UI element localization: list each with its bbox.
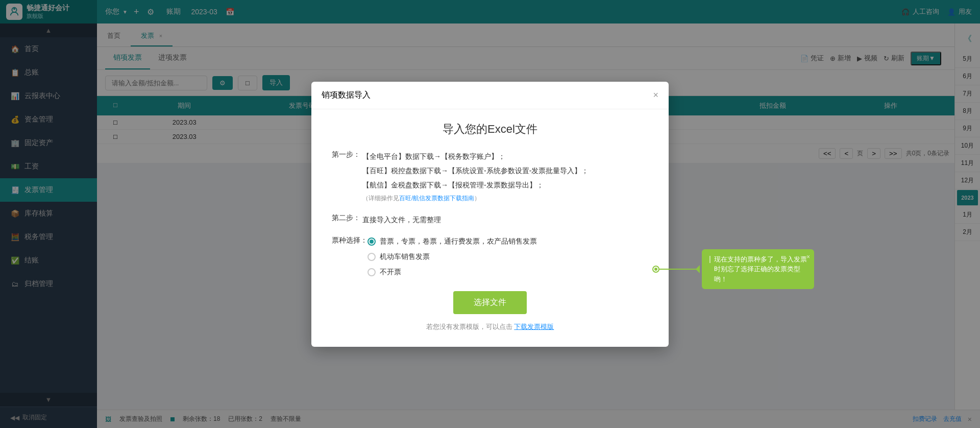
radio-normal-circle: [368, 237, 376, 246]
download-template-link[interactable]: 下载发票模版: [514, 323, 554, 330]
guide-link[interactable]: 百旺/航信发票数据下载指南: [399, 195, 474, 202]
radio-no-invoice-circle: [368, 268, 376, 276]
radio-no-invoice[interactable]: 不开票: [368, 268, 537, 277]
radio-normal-label: 普票，专票，卷票，通行费发票，农产品销售发票: [380, 237, 537, 246]
import-modal: 销项数据导入 × 导入您的Excel文件 第一步： 【全电平台】数据下载→【税务…: [311, 82, 669, 347]
radio-motor-circle: [368, 253, 376, 261]
tooltip-bubble: × | 现在支持的票种多了，导入发票时别忘了选择正确的发票类型哟！: [702, 249, 814, 290]
tooltip-close-button[interactable]: ×: [806, 252, 810, 261]
modal-title: 销项数据导入: [322, 90, 371, 101]
select-file-label: 选择文件: [474, 298, 506, 306]
tooltip-text: | 现在支持的票种多了，导入发票时别忘了选择正确的发票类型哟！: [709, 254, 807, 284]
modal-overlay: 销项数据导入 × 导入您的Excel文件 第一步： 【全电平台】数据下载→【税务…: [0, 0, 980, 428]
step1-link-row: （详细操作见百旺/航信发票数据下载指南）: [362, 192, 648, 204]
tooltip-message: 现在支持的票种多了，导入发票时别忘了选择正确的发票类型哟！: [714, 254, 807, 284]
step1-label: 第一步：: [332, 149, 362, 204]
tooltip-line: [658, 269, 699, 270]
ticket-label: 票种选择：: [332, 235, 368, 279]
step1-content: 【全电平台】数据下载→【税务数字账户】； 【百旺】税控盘数据下载→【系统设置-系…: [362, 149, 648, 204]
radio-group: 普票，专票，卷票，通行费发票，农产品销售发票 机动车销售发票 不开票: [368, 237, 537, 277]
step1-line2: 【百旺】税控盘数据下载→【系统设置-系统参数设置-发票批量导入】；: [362, 163, 648, 178]
modal-body: 导入您的Excel文件 第一步： 【全电平台】数据下载→【税务数字账户】； 【百…: [311, 109, 669, 347]
select-file-button[interactable]: 选择文件: [453, 291, 527, 314]
download-template-row: 若您没有发票模版，可以点击 下载发票模版: [332, 322, 648, 331]
tooltip-connector: × | 现在支持的票种多了，导入发票时别忘了选择正确的发票类型哟！: [653, 249, 812, 290]
step1-line3: 【航信】金税盘数据下载→【报税管理-发票数据导出】；: [362, 178, 648, 192]
modal-main-title: 导入您的Excel文件: [332, 122, 648, 137]
modal-header: 销项数据导入 ×: [311, 82, 669, 109]
ticket-row: 票种选择： 普票，专票，卷票，通行费发票，农产品销售发票 机动车销售发票 不开票: [332, 235, 648, 279]
download-hint-text: 若您没有发票模版，可以点击: [426, 323, 512, 330]
modal-close-button[interactable]: ×: [653, 90, 658, 101]
radio-normal[interactable]: 普票，专票，卷票，通行费发票，农产品销售发票: [368, 237, 537, 246]
tooltip-dot: [653, 267, 658, 272]
step2-row: 第二步： 直接导入文件，无需整理: [332, 212, 648, 227]
download-link-text: 下载发票模版: [514, 323, 554, 330]
step2-label: 第二步：: [332, 212, 362, 227]
radio-no-invoice-label: 不开票: [380, 268, 401, 277]
step1-row: 第一步： 【全电平台】数据下载→【税务数字账户】； 【百旺】税控盘数据下载→【系…: [332, 149, 648, 204]
step2-content: 直接导入文件，无需整理: [362, 212, 648, 227]
step1-line1: 【全电平台】数据下载→【税务数字账户】；: [362, 149, 648, 163]
radio-motor[interactable]: 机动车销售发票: [368, 252, 537, 261]
step2-text: 直接导入文件，无需整理: [362, 216, 441, 224]
radio-motor-label: 机动车销售发票: [380, 252, 430, 261]
